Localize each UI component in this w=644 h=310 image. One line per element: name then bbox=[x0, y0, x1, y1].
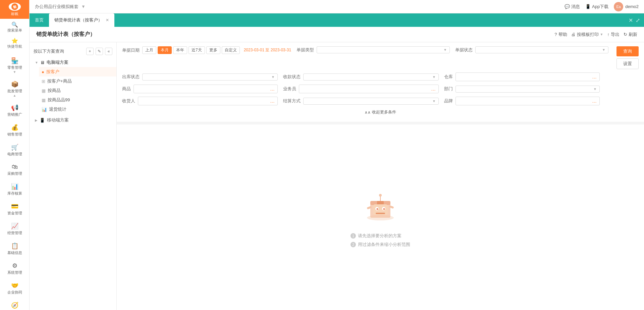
tree-item-by-goods[interactable]: ▦ 按商品 bbox=[39, 86, 116, 95]
collapse-label: 收起更多条件 bbox=[372, 109, 396, 115]
app-download-btn[interactable]: 📱 App下载 bbox=[585, 4, 608, 10]
sidebar-item-purchase[interactable]: 🛍 采购管理 bbox=[0, 160, 29, 179]
last-7days-btn[interactable]: 近7天 bbox=[189, 46, 205, 54]
industry-arrow[interactable]: ▼ bbox=[81, 4, 86, 9]
date-range-display: 2023-03-01 至 2023-03-31 bbox=[244, 47, 291, 53]
more-date-btn[interactable]: 更多 bbox=[206, 46, 220, 54]
purchase-icon: 🛍 bbox=[12, 163, 18, 170]
sidebar-item-ecommerce[interactable]: 🛒 电商管理 bbox=[0, 140, 29, 160]
tree-item-return-stats[interactable]: 📊 退货统计 bbox=[39, 105, 116, 114]
help-label: 帮助 bbox=[558, 32, 567, 38]
tree-item-by-customer[interactable]: ● 按客户 bbox=[39, 67, 116, 76]
sidebar-item-retail[interactable]: 🏪 零售管理 ▼ bbox=[0, 54, 29, 77]
svg-point-10 bbox=[383, 208, 385, 210]
desktop-group-arrow: ▼ bbox=[35, 61, 38, 64]
enterprise-icon: 🤝 bbox=[11, 282, 18, 289]
tree-item-customer-goods[interactable]: ⊞ 按客户+商品 bbox=[39, 76, 116, 86]
salesperson-dots: … bbox=[431, 86, 436, 92]
svg-rect-11 bbox=[376, 213, 385, 214]
sidebar-item-marketing[interactable]: 📢 营销推广 bbox=[0, 101, 29, 120]
message-btn[interactable]: 💬 消息 bbox=[565, 4, 580, 10]
this-year-btn[interactable]: 本年 bbox=[173, 46, 187, 54]
user-profile[interactable]: Ea demo2 bbox=[614, 2, 639, 11]
recipient-input[interactable]: … bbox=[138, 97, 278, 105]
svg-text:畅: 畅 bbox=[13, 5, 16, 9]
goods-input[interactable]: … bbox=[133, 85, 278, 93]
out-status-select[interactable]: ▼ bbox=[142, 73, 278, 81]
marketing-icon: 📢 bbox=[11, 104, 18, 111]
svg-point-13 bbox=[379, 194, 382, 197]
help-btn[interactable]: ? 帮助 bbox=[554, 32, 567, 38]
sidebar-item-inventory[interactable]: 📊 库存核算 bbox=[0, 179, 29, 199]
salesperson-input[interactable]: … bbox=[299, 85, 439, 93]
message-label: 消息 bbox=[571, 4, 580, 10]
sidebar-item-operations[interactable]: 📈 经营管理 bbox=[0, 219, 29, 239]
doc-status-select[interactable]: ▼ bbox=[475, 46, 608, 53]
sidebar-item-search-menu[interactable]: 🔍 搜索菜单 bbox=[7, 19, 22, 36]
department-chevron: ▼ bbox=[593, 87, 597, 91]
sidebar-item-sales[interactable]: 💰 销售管理 bbox=[0, 120, 29, 140]
custom-date-btn[interactable]: 自定义 bbox=[222, 46, 240, 54]
retail-icon: 🏪 bbox=[11, 57, 18, 64]
payment-chevron: ▼ bbox=[432, 99, 436, 103]
doc-status-chevron: ▼ bbox=[602, 48, 605, 52]
department-select[interactable]: ▼ bbox=[455, 86, 600, 93]
warehouse-input[interactable]: … bbox=[455, 72, 600, 81]
mobile-group-arrow: ▶ bbox=[35, 118, 38, 122]
sidebar-item-wholesale[interactable]: 📦 批发管理 ▲ bbox=[0, 77, 29, 101]
mobile-group-label: 移动端方案 bbox=[47, 117, 69, 123]
sidebar-item-basic-info[interactable]: 📋 基础信息 bbox=[0, 239, 29, 259]
collapse-filters-btn[interactable]: ∧∧ 收起更多条件 bbox=[122, 107, 639, 118]
template-print-btn[interactable]: 🖨 按模板打印 ▼ bbox=[571, 32, 603, 38]
expand-btn[interactable]: ⤢ bbox=[636, 17, 640, 23]
collapse-panel-btn[interactable]: « bbox=[105, 48, 112, 55]
tree-item-goods-99[interactable]: ▦ 按商品品99 bbox=[39, 95, 116, 105]
empty-tip-1-text: 请先选择要分析的方案 bbox=[358, 231, 401, 240]
export-label: 导出 bbox=[611, 32, 620, 38]
print-arrow: ▼ bbox=[600, 33, 603, 36]
page-header: 销货单统计表（按客户） ? 帮助 🖨 按模板打印 ▼ ↑ 导出 ↻ 刷新 bbox=[30, 27, 644, 42]
left-panel-header-actions: + ✎ « bbox=[86, 48, 112, 55]
tab-home[interactable]: 首页 bbox=[30, 13, 49, 27]
receipt-status-chevron: ▼ bbox=[432, 75, 436, 79]
payment-method-select[interactable]: ▼ bbox=[303, 98, 439, 105]
query-btn[interactable]: 查询 bbox=[616, 46, 639, 56]
refresh-btn[interactable]: ↻ 刷新 bbox=[624, 32, 637, 38]
sidebar-item-enterprise[interactable]: 🤝 企业协同 bbox=[0, 278, 29, 298]
refresh-icon: ↻ bbox=[624, 32, 627, 37]
collapse-icon: ∧∧ bbox=[365, 110, 371, 115]
this-month-btn[interactable]: 本月 bbox=[158, 46, 172, 54]
by-customer-label: 按客户 bbox=[46, 69, 59, 75]
edit-scheme-btn[interactable]: ✎ bbox=[96, 48, 103, 55]
goods-label: 商品 bbox=[122, 86, 131, 92]
receipt-status-select[interactable]: ▼ bbox=[303, 73, 439, 81]
close-tab-btn[interactable]: ✕ bbox=[106, 18, 109, 22]
sidebar-item-quick-nav[interactable]: ⭐ 快捷导航 bbox=[7, 36, 22, 51]
date-buttons: 上月 本月 本年 近7天 更多 自定义 bbox=[142, 46, 240, 54]
tree-mobile-group[interactable]: ▶ 📱 移动端方案 bbox=[30, 115, 116, 125]
receipt-status-label: 收款状态 bbox=[283, 74, 301, 80]
sidebar-item-newbie[interactable]: 🧭 新手引导 bbox=[0, 298, 29, 310]
logo-text: 标账 bbox=[11, 11, 18, 16]
brand-input[interactable]: … bbox=[455, 97, 600, 105]
export-btn[interactable]: ↑ 导出 bbox=[607, 32, 620, 38]
goods-99-label: 按商品品99 bbox=[48, 97, 70, 103]
tree-desktop-group[interactable]: ▼ 🖥 电脑端方案 bbox=[30, 58, 116, 67]
return-stats-label: 退货统计 bbox=[49, 106, 66, 112]
sidebar-item-finance[interactable]: 💳 资金管理 bbox=[0, 199, 29, 219]
app-download-label: App下载 bbox=[592, 4, 608, 10]
message-icon: 💬 bbox=[565, 4, 570, 9]
tab-sales-stats[interactable]: 销货单统计表（按客户） ✕ bbox=[49, 13, 114, 27]
out-status-label: 出库状态 bbox=[122, 74, 140, 80]
page-title: 销货单统计表（按客户） bbox=[36, 31, 95, 42]
customer-goods-label: 按客户+商品 bbox=[47, 78, 72, 84]
sidebar-item-system[interactable]: ⚙ 系统管理 bbox=[0, 259, 29, 278]
last-month-btn[interactable]: 上月 bbox=[142, 46, 156, 54]
doc-type-select[interactable]: ▼ bbox=[317, 46, 450, 53]
empty-state: 1 请先选择要分析的方案 2 用过滤条件来缩小分析范围 bbox=[117, 124, 644, 310]
add-scheme-btn[interactable]: + bbox=[86, 48, 94, 55]
help-icon: ? bbox=[554, 32, 557, 37]
settings-btn[interactable]: 设置 bbox=[616, 58, 639, 69]
close-window-btn[interactable]: ✕ bbox=[629, 17, 633, 23]
tab-bar: 首页 销货单统计表（按客户） ✕ ✕ ⤢ bbox=[30, 13, 644, 27]
